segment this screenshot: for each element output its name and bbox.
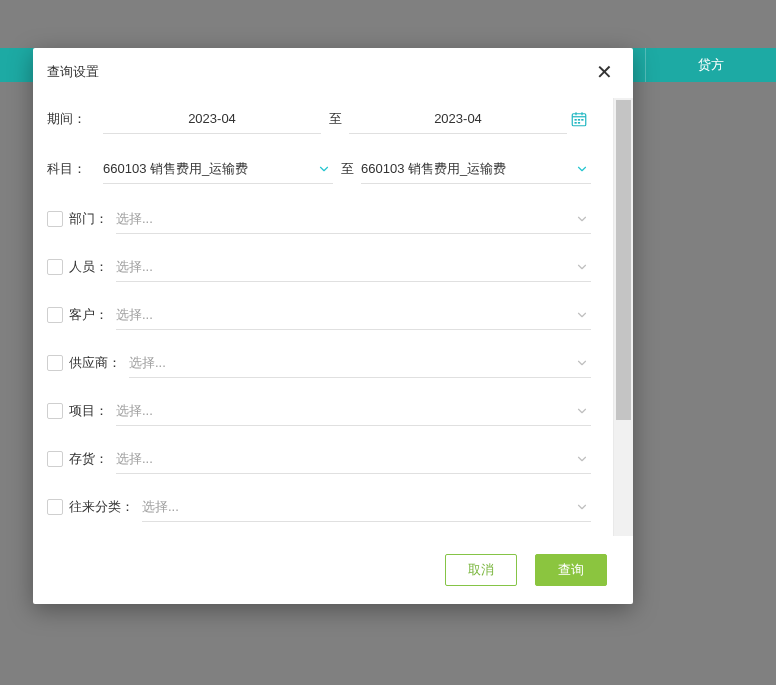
period-label: 期间： <box>47 110 103 128</box>
scrollbar-thumb[interactable] <box>616 100 631 420</box>
filter-placeholder: 选择... <box>129 354 166 372</box>
subject-label: 科目： <box>47 160 103 178</box>
filter-select[interactable]: 选择... <box>116 252 591 282</box>
filter-label: 存货： <box>69 450 108 468</box>
modal-header: 查询设置 ✕ <box>33 48 633 94</box>
query-settings-modal: 查询设置 ✕ 期间： 至 科目： 660103 销售费用_运输费 至 <box>33 48 633 604</box>
chevron-down-icon <box>575 260 589 274</box>
filter-checkbox[interactable] <box>47 307 63 323</box>
filter-placeholder: 选择... <box>116 450 153 468</box>
filter-checkbox[interactable] <box>47 451 63 467</box>
filter-placeholder: 选择... <box>116 402 153 420</box>
filter-placeholder: 选择... <box>142 498 179 516</box>
filter-row: 人员：选择... <box>47 250 591 284</box>
chevron-down-icon <box>575 404 589 418</box>
modal-title: 查询设置 <box>47 63 99 81</box>
chevron-down-icon <box>317 162 331 176</box>
filter-row: 往来分类：选择... <box>47 490 591 524</box>
filter-placeholder: 选择... <box>116 258 153 276</box>
table-header-credit-cell: 贷方 <box>645 48 776 82</box>
svg-rect-3 <box>581 119 583 121</box>
filter-checkbox[interactable] <box>47 211 63 227</box>
filter-row: 存货：选择... <box>47 442 591 476</box>
filter-select[interactable]: 选择... <box>116 300 591 330</box>
close-icon[interactable]: ✕ <box>592 60 617 84</box>
filter-label: 项目： <box>69 402 108 420</box>
period-row: 期间： 至 <box>47 102 591 136</box>
filter-placeholder: 选择... <box>116 210 153 228</box>
subject-to-value: 660103 销售费用_运输费 <box>361 160 591 178</box>
modal-body-wrap: 期间： 至 科目： 660103 销售费用_运输费 至 660103 销售费用_… <box>33 94 633 540</box>
svg-rect-4 <box>575 122 577 124</box>
subject-sep: 至 <box>333 160 361 178</box>
cancel-button[interactable]: 取消 <box>445 554 517 586</box>
svg-rect-2 <box>578 119 580 121</box>
chevron-down-icon <box>575 212 589 226</box>
chevron-down-icon <box>575 162 589 176</box>
chevron-down-icon <box>575 356 589 370</box>
filter-checkbox[interactable] <box>47 259 63 275</box>
subject-from-value: 660103 销售费用_运输费 <box>103 160 333 178</box>
filter-label: 部门： <box>69 210 108 228</box>
filter-placeholder: 选择... <box>116 306 153 324</box>
chevron-down-icon <box>575 452 589 466</box>
filter-row: 供应商：选择... <box>47 346 591 380</box>
chevron-down-icon <box>575 500 589 514</box>
calendar-icon[interactable] <box>567 110 591 128</box>
filter-label: 供应商： <box>69 354 121 372</box>
filter-select[interactable]: 选择... <box>116 396 591 426</box>
filter-checkbox[interactable] <box>47 355 63 371</box>
filter-label: 人员： <box>69 258 108 276</box>
filter-label: 往来分类： <box>69 498 134 516</box>
filter-row: 客户：选择... <box>47 298 591 332</box>
period-from-input[interactable] <box>103 104 321 134</box>
filter-select[interactable]: 选择... <box>142 492 591 522</box>
scrollbar-track[interactable] <box>613 98 633 536</box>
svg-rect-1 <box>575 119 577 121</box>
filter-label: 客户： <box>69 306 108 324</box>
subject-row: 科目： 660103 销售费用_运输费 至 660103 销售费用_运输费 <box>47 152 591 186</box>
filter-select[interactable]: 选择... <box>129 348 591 378</box>
chevron-down-icon <box>575 308 589 322</box>
subject-to-select[interactable]: 660103 销售费用_运输费 <box>361 154 591 184</box>
filter-select[interactable]: 选择... <box>116 204 591 234</box>
subject-from-select[interactable]: 660103 销售费用_运输费 <box>103 154 333 184</box>
filter-checkbox[interactable] <box>47 403 63 419</box>
modal-body: 期间： 至 科目： 660103 销售费用_运输费 至 660103 销售费用_… <box>33 94 605 540</box>
filter-checkbox[interactable] <box>47 499 63 515</box>
filter-row: 部门：选择... <box>47 202 591 236</box>
period-to-input[interactable] <box>349 104 567 134</box>
filter-select[interactable]: 选择... <box>116 444 591 474</box>
filter-row: 项目：选择... <box>47 394 591 428</box>
query-button[interactable]: 查询 <box>535 554 607 586</box>
period-sep: 至 <box>321 110 349 128</box>
modal-footer: 取消 查询 <box>33 540 633 604</box>
svg-rect-5 <box>578 122 580 124</box>
